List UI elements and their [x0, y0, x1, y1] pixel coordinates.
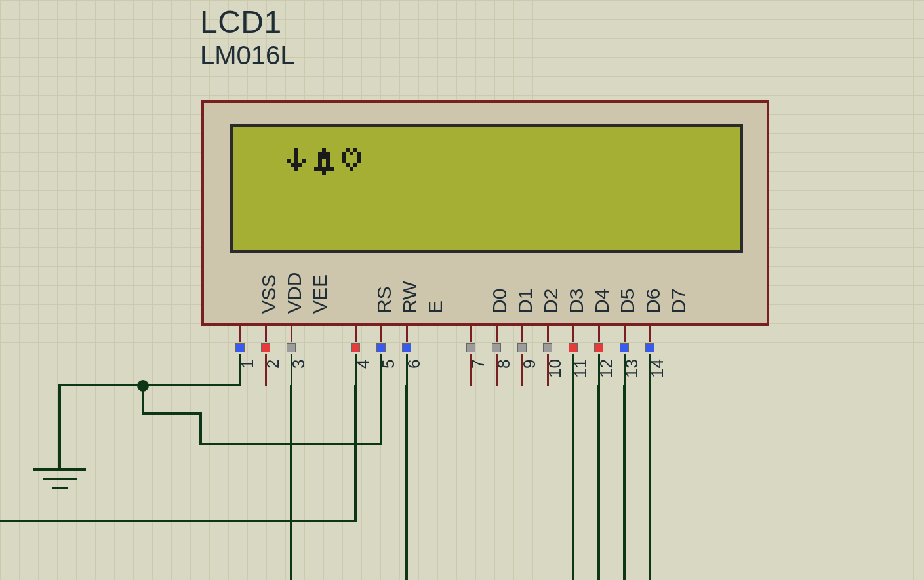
svg-rect-8: [318, 155, 322, 167]
logic-probe: [492, 343, 501, 352]
component-part-number[interactable]: LM016L: [200, 41, 295, 70]
svg-rect-7: [318, 152, 330, 155]
arrow-down-icon: [287, 148, 306, 175]
pin-label-d7: D7: [668, 289, 690, 314]
pin-label-e: E: [424, 300, 447, 314]
pin-label-vee: VEE: [309, 274, 331, 314]
pin-label-rw: RW: [399, 281, 421, 314]
heart-icon: [342, 148, 361, 175]
pin-label-vss: VSS: [258, 274, 280, 314]
pin-label-d0: D0: [489, 289, 511, 314]
pin-label-rs: RS: [373, 286, 395, 314]
svg-rect-1: [287, 159, 291, 163]
svg-rect-0: [294, 148, 298, 167]
svg-rect-18: [346, 163, 350, 167]
pin-number: 4: [353, 360, 373, 369]
pin-label-vdd: VDD: [283, 272, 306, 314]
pin-lead: [649, 326, 651, 342]
logic-probe: [402, 343, 411, 352]
svg-rect-13: [342, 152, 346, 163]
pin-number: 6: [404, 360, 424, 369]
pin-number: 1: [237, 360, 258, 369]
pin-lead: [521, 354, 523, 386]
pin-number: 11: [571, 359, 591, 378]
logic-probe: [235, 343, 245, 352]
logic-probe: [543, 343, 552, 352]
pin-number: 5: [378, 360, 399, 369]
svg-rect-12: [322, 171, 326, 175]
pin-number: 14: [647, 359, 668, 378]
svg-rect-14: [357, 152, 361, 163]
pin-lead: [265, 354, 267, 386]
pin-number: 8: [494, 360, 514, 369]
pin-label-d2: D2: [540, 289, 562, 314]
logic-probe: [287, 343, 296, 352]
pin-lead: [406, 326, 408, 342]
pin-lead: [496, 326, 498, 342]
lcd-screen: [230, 124, 743, 253]
pin-number: 12: [596, 359, 616, 378]
svg-rect-5: [294, 167, 298, 171]
svg-rect-16: [353, 148, 357, 152]
pin-label-d1: D1: [514, 289, 536, 314]
pin-lead: [470, 354, 472, 386]
pin-lead: [521, 326, 523, 342]
logic-probe: [376, 343, 386, 352]
pin-label-d4: D4: [591, 289, 613, 314]
pin-number: 2: [263, 360, 283, 369]
logic-probe: [569, 343, 578, 352]
pin-lead: [598, 326, 600, 342]
pin-label-d3: D3: [565, 289, 588, 314]
pin-number: 7: [468, 360, 489, 369]
svg-rect-11: [314, 167, 334, 171]
pin-lead: [380, 326, 382, 342]
pin-lead: [355, 326, 357, 342]
logic-probe: [620, 343, 629, 352]
logic-probe: [645, 343, 654, 352]
svg-rect-17: [350, 152, 353, 155]
svg-rect-20: [350, 167, 353, 171]
pin-number: 10: [545, 359, 565, 378]
svg-rect-3: [291, 163, 294, 167]
pin-label-d5: D5: [616, 289, 639, 314]
logic-probe: [466, 343, 475, 352]
logic-probe: [517, 343, 527, 352]
pin-lead: [406, 354, 408, 386]
pin-lead: [547, 326, 549, 342]
svg-rect-2: [302, 159, 306, 163]
svg-rect-4: [298, 163, 302, 167]
bell-icon: [314, 148, 334, 175]
pin-number: 3: [289, 360, 309, 369]
pin-lead: [239, 326, 241, 342]
pin-number: 9: [519, 360, 540, 369]
lcd-custom-characters: [287, 148, 361, 175]
svg-rect-10: [322, 155, 326, 159]
pin-lead: [572, 326, 574, 342]
svg-rect-19: [353, 163, 357, 167]
logic-probe: [351, 343, 360, 352]
logic-probe: [261, 343, 270, 352]
pin-lead: [470, 326, 472, 342]
svg-rect-6: [322, 148, 326, 152]
component-reference[interactable]: LCD1: [200, 4, 282, 40]
pin-lead: [291, 354, 292, 386]
pin-lead: [291, 326, 292, 342]
svg-rect-15: [346, 148, 350, 152]
pin-lead: [624, 326, 626, 342]
pin-label-d6: D6: [642, 289, 664, 314]
logic-probe: [594, 343, 603, 352]
pin-lead: [355, 354, 357, 386]
pin-lead: [265, 326, 267, 342]
pin-lead: [496, 354, 498, 386]
pin-lead: [239, 354, 241, 386]
svg-rect-9: [326, 155, 330, 167]
pin-number: 13: [622, 359, 642, 378]
wire-junction: [137, 380, 149, 392]
pin-lead: [380, 354, 382, 386]
